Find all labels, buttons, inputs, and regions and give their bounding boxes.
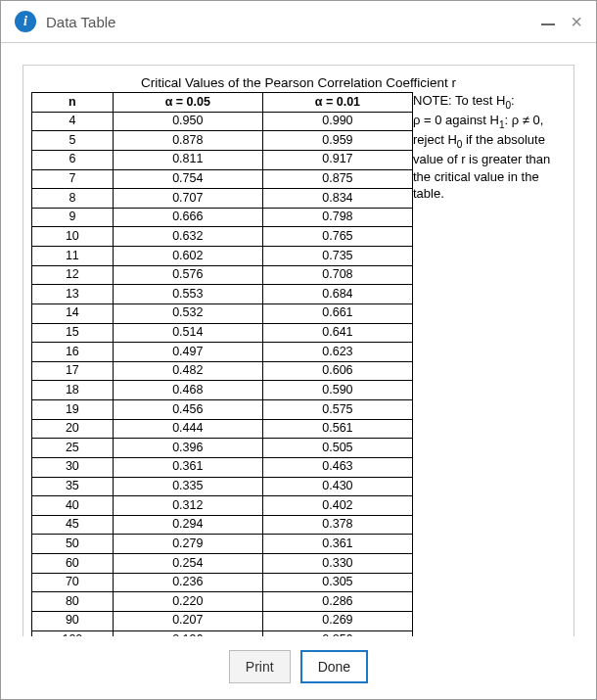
cell-a05: 0.602	[113, 247, 262, 266]
cell-a01: 0.684	[262, 285, 412, 304]
table-panel: Critical Values of the Pearson Correlati…	[23, 65, 574, 636]
cell-n: 60	[32, 554, 114, 574]
cell-n: 30	[32, 457, 114, 477]
cell-a01: 0.606	[262, 361, 412, 381]
table-row: 90.6660.798	[32, 208, 413, 227]
cell-a05: 0.632	[113, 227, 262, 247]
cell-a01: 0.361	[262, 535, 412, 554]
cell-a05: 0.220	[113, 592, 262, 612]
table-row: 60.8110.917	[32, 150, 413, 169]
cell-a05: 0.878	[113, 131, 262, 151]
table-row: 190.4560.575	[32, 400, 413, 420]
cell-a01: 0.735	[262, 247, 412, 266]
info-icon: i	[15, 11, 36, 32]
cell-a05: 0.666	[113, 208, 262, 227]
cell-a05: 0.361	[113, 457, 262, 477]
table-row: 350.3350.430	[32, 477, 413, 496]
dialog-footer: Print Done	[1, 636, 596, 699]
cell-a01: 0.623	[262, 343, 412, 362]
cell-a01: 0.286	[262, 592, 412, 612]
cell-a05: 0.514	[113, 323, 262, 343]
cell-n: 50	[32, 535, 114, 554]
cell-n: 25	[32, 439, 114, 458]
window-title: Data Table	[46, 14, 541, 30]
cell-n: 6	[32, 150, 114, 169]
table-row: 250.3960.505	[32, 439, 413, 458]
cell-n: 10	[32, 227, 114, 247]
cell-a01: 0.590	[262, 381, 412, 400]
cell-a01: 0.959	[262, 131, 412, 151]
table-row: 300.3610.463	[32, 457, 413, 477]
cell-n: 12	[32, 265, 114, 285]
cell-a05: 0.468	[113, 381, 262, 400]
table-caption: Critical Values of the Pearson Correlati…	[31, 75, 566, 90]
cell-n: 19	[32, 400, 114, 420]
cell-a05: 0.207	[113, 611, 262, 630]
cell-n: 17	[32, 361, 114, 381]
cell-a05: 0.456	[113, 400, 262, 420]
cell-n: 70	[32, 573, 114, 592]
done-button[interactable]: Done	[300, 650, 368, 683]
col-alpha-05: α = 0.05	[113, 93, 262, 113]
table-row: 110.6020.735	[32, 247, 413, 266]
cell-a01: 0.575	[262, 400, 412, 420]
table-row: 120.5760.708	[32, 265, 413, 285]
cell-a05: 0.254	[113, 554, 262, 574]
table-row: 180.4680.590	[32, 381, 413, 400]
table-row: 80.7070.834	[32, 189, 413, 209]
cell-n: 15	[32, 323, 114, 343]
cell-a05: 0.811	[113, 150, 262, 169]
cell-n: 20	[32, 419, 114, 439]
cell-n: 16	[32, 343, 114, 362]
table-row: 170.4820.606	[32, 361, 413, 381]
cell-n: 14	[32, 303, 114, 323]
table-row: 500.2790.361	[32, 535, 413, 554]
cell-a05: 0.707	[113, 189, 262, 209]
cell-n: 7	[32, 169, 114, 189]
print-button[interactable]: Print	[229, 650, 291, 683]
table-row: 600.2540.330	[32, 554, 413, 574]
cell-n: 8	[32, 189, 114, 209]
cell-n: 11	[32, 247, 114, 266]
cell-a01: 0.378	[262, 515, 412, 535]
content-area: Critical Values of the Pearson Correlati…	[1, 43, 596, 636]
cell-n: 4	[32, 112, 114, 131]
cell-a05: 0.497	[113, 343, 262, 362]
cell-a05: 0.294	[113, 515, 262, 535]
cell-a01: 0.765	[262, 227, 412, 247]
table-row: 200.4440.561	[32, 419, 413, 439]
cell-a05: 0.553	[113, 285, 262, 304]
table-row: 70.7540.875	[32, 169, 413, 189]
table-row: 50.8780.959	[32, 131, 413, 151]
table-row: 130.5530.684	[32, 285, 413, 304]
cell-a05: 0.950	[113, 112, 262, 131]
table-row: 100.6320.765	[32, 227, 413, 247]
cell-a05: 0.335	[113, 477, 262, 496]
cell-a01: 0.917	[262, 150, 412, 169]
table-row: 400.3120.402	[32, 496, 413, 516]
table-row: 450.2940.378	[32, 515, 413, 535]
window-controls: ×	[541, 15, 582, 28]
cell-a01: 0.561	[262, 419, 412, 439]
table-row: 140.5320.661	[32, 303, 413, 323]
table-row: 150.5140.641	[32, 323, 413, 343]
cell-a01: 0.875	[262, 169, 412, 189]
cell-a01: 0.990	[262, 112, 412, 131]
cell-a05: 0.236	[113, 573, 262, 592]
close-icon[interactable]: ×	[571, 15, 582, 28]
cell-n: 45	[32, 515, 114, 535]
cell-a05: 0.279	[113, 535, 262, 554]
col-n: n	[32, 93, 114, 113]
cell-a01: 0.269	[262, 611, 412, 630]
cell-a01: 0.708	[262, 265, 412, 285]
cell-a05: 0.482	[113, 361, 262, 381]
cell-a01: 0.798	[262, 208, 412, 227]
cell-n: 35	[32, 477, 114, 496]
cell-n: 90	[32, 611, 114, 630]
cell-a01: 0.505	[262, 439, 412, 458]
cell-a05: 0.754	[113, 169, 262, 189]
cell-a01: 0.305	[262, 573, 412, 592]
titlebar: i Data Table ×	[1, 1, 596, 43]
table-row: 700.2360.305	[32, 573, 413, 592]
minimize-icon[interactable]	[541, 23, 555, 25]
